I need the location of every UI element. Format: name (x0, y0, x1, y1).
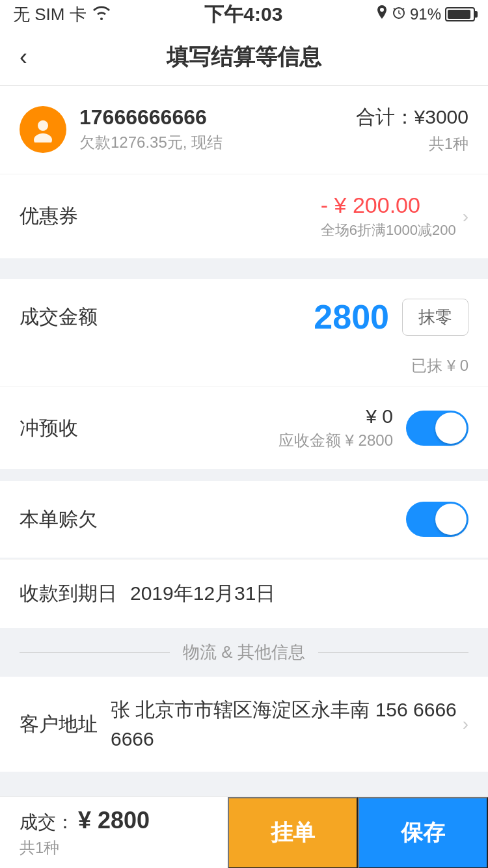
user-left: 17666666666 欠款1276.35元, 现结 (20, 105, 223, 153)
divider-line-left (20, 652, 170, 653)
user-details: 17666666666 欠款1276.35元, 现结 (79, 105, 223, 153)
page-title: 填写结算等信息 (167, 42, 321, 72)
total-count: 共1种 (356, 133, 468, 154)
sim-text: 无 SIM 卡 (13, 3, 87, 26)
location-icon (376, 5, 388, 23)
bottom-deal-amount: ¥ 2800 (78, 807, 150, 834)
user-info-card: 17666666666 欠款1276.35元, 现结 合计：¥3000 共1种 … (0, 86, 488, 258)
bottom-bar: 成交： ¥ 2800 共1种 挂单 保存 (0, 796, 488, 868)
prepay-sub-text: 应收金额 ¥ 2800 (278, 430, 393, 451)
deal-amount-value: 2800 (314, 297, 389, 336)
battery-icon (445, 7, 475, 21)
logistics-divider-text: 物流 & 其他信息 (183, 641, 305, 664)
coupon-chevron-icon: › (463, 206, 468, 227)
coupon-discount: - ¥ 200.00 (321, 193, 456, 218)
address-label: 客户地址 (20, 711, 98, 738)
avatar (20, 106, 66, 153)
coupon-row[interactable]: 优惠券 - ¥ 200.00 全场6折满1000减200 › (0, 174, 488, 258)
address-content: 张 北京市市辖区海淀区永丰南 156 6666 6666 (111, 695, 463, 753)
separator-1 (0, 269, 488, 279)
round-zero-button[interactable]: 抹零 (402, 299, 468, 336)
user-sub-text: 欠款1276.35元, 现结 (79, 132, 223, 153)
debt-row: 本单赊欠 (0, 481, 488, 558)
user-total: 合计：¥3000 共1种 (356, 104, 468, 154)
prepay-toggle[interactable] (406, 411, 468, 446)
deal-amount-label: 成交金额 (20, 304, 98, 331)
content: 17666666666 欠款1276.35元, 现结 合计：¥3000 共1种 … (0, 86, 488, 868)
prepay-amount: ¥ 0 (278, 405, 393, 427)
due-date-label: 收款到期日 (20, 580, 117, 607)
total-amount: 合计：¥3000 (356, 104, 468, 131)
logistics-divider: 物流 & 其他信息 (0, 628, 488, 677)
prepay-right: ¥ 0 应收金额 ¥ 2800 (278, 405, 468, 451)
svg-point-2 (34, 133, 52, 142)
deal-amount-right: 2800 抹零 (314, 297, 468, 336)
user-phone: 17666666666 (79, 105, 223, 129)
nav-bar: ‹ 填写结算等信息 (0, 29, 488, 86)
back-button[interactable]: ‹ (20, 44, 27, 71)
bottom-deal-label: 成交： (20, 810, 74, 835)
deal-section: 成交金额 2800 抹零 已抹 ¥ 0 冲预收 ¥ 0 应收金额 ¥ 2800 (0, 279, 488, 469)
status-time: 下午4:03 (204, 1, 282, 28)
toggle-knob (435, 413, 467, 444)
due-date-value: 2019年12月31日 (130, 580, 275, 607)
coupon-label: 优惠券 (20, 203, 78, 230)
alarm-icon (392, 5, 406, 23)
prepay-label: 冲预收 (20, 415, 78, 442)
debt-toggle-knob (435, 504, 467, 535)
divider-line-right (318, 652, 468, 653)
status-left: 无 SIM 卡 (13, 3, 111, 26)
wifi-icon (92, 5, 111, 25)
status-bar: 无 SIM 卡 下午4:03 91% (0, 0, 488, 29)
address-row[interactable]: 客户地址 张 北京市市辖区海淀区永丰南 156 6666 6666 › (0, 677, 488, 772)
address-chevron-icon: › (463, 714, 468, 735)
save-button[interactable]: 保存 (358, 797, 488, 869)
coupon-right: - ¥ 200.00 全场6折满1000减200 › (321, 193, 468, 240)
prepay-row: 冲预收 ¥ 0 应收金额 ¥ 2800 (0, 387, 488, 469)
pending-button[interactable]: 挂单 (228, 797, 358, 869)
coupon-desc: 全场6折满1000减200 (321, 221, 456, 240)
deal-sub-text: 已抹 ¥ 0 (411, 357, 468, 374)
due-date-row: 收款到期日 2019年12月31日 (0, 560, 488, 628)
status-right: 91% (376, 5, 475, 23)
bottom-info: 成交： ¥ 2800 共1种 (0, 807, 228, 858)
prepay-amount-block: ¥ 0 应收金额 ¥ 2800 (278, 405, 393, 451)
coupon-info: - ¥ 200.00 全场6折满1000减200 (321, 193, 456, 240)
deal-amount-row: 成交金额 2800 抹零 (0, 279, 488, 355)
bottom-count: 共1种 (20, 837, 208, 858)
battery-percent: 91% (410, 5, 441, 23)
separator-2 (0, 470, 488, 481)
svg-point-1 (38, 120, 48, 131)
debt-label: 本单赊欠 (20, 506, 98, 533)
user-info-row: 17666666666 欠款1276.35元, 现结 合计：¥3000 共1种 (0, 86, 488, 172)
debt-toggle[interactable] (406, 502, 468, 537)
